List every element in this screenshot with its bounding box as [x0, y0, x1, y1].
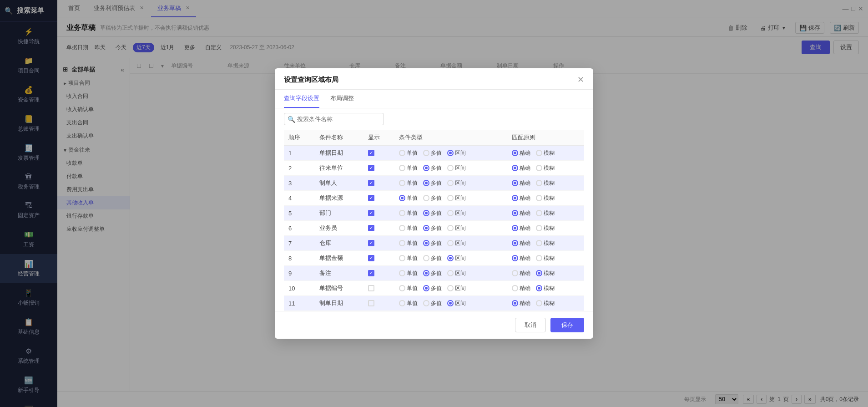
radio-cond-multi[interactable]: 多值 — [423, 164, 442, 172]
radio-cond-multi[interactable]: 多值 — [423, 239, 442, 247]
radio-match-precise[interactable]: 精确 — [512, 285, 530, 292]
radio-match-precise[interactable]: 精确 — [512, 270, 530, 277]
radio-match-fuzzy[interactable]: 模糊 — [536, 209, 555, 217]
show-checkbox[interactable] — [368, 240, 374, 246]
radio-cond-multi[interactable]: 多值 — [423, 254, 442, 262]
show-checkbox[interactable] — [368, 210, 374, 216]
radio-circle-cond-range — [447, 150, 454, 156]
row-show-checkbox[interactable] — [363, 236, 394, 251]
row-show-checkbox[interactable] — [363, 221, 394, 236]
radio-cond-single[interactable]: 单值 — [399, 300, 418, 307]
row-show-checkbox[interactable] — [363, 251, 394, 266]
modal-table-row: 8单据金额单值多值区间精确模糊 — [284, 251, 584, 266]
modal-search-input[interactable] — [284, 113, 384, 125]
row-order: 1 — [284, 146, 315, 161]
radio-match-precise[interactable]: 精确 — [512, 164, 530, 172]
row-show-checkbox[interactable] — [363, 266, 394, 281]
show-checkbox[interactable] — [368, 255, 374, 261]
radio-cond-single[interactable]: 单值 — [399, 209, 418, 217]
radio-cond-range[interactable]: 区间 — [447, 149, 466, 157]
modal-cancel-btn[interactable]: 取消 — [515, 318, 546, 332]
radio-cond-range[interactable]: 区间 — [447, 209, 466, 217]
radio-match-precise[interactable]: 精确 — [512, 239, 530, 247]
radio-cond-single[interactable]: 单值 — [399, 149, 418, 157]
radio-match-precise[interactable]: 精确 — [512, 179, 530, 187]
radio-match-fuzzy[interactable]: 模糊 — [536, 194, 555, 202]
row-show-checkbox[interactable] — [363, 191, 394, 206]
radio-cond-range[interactable]: 区间 — [447, 239, 466, 247]
radio-circle-cond-range — [447, 270, 454, 276]
row-match-principle: 精确模糊 — [507, 161, 584, 176]
radio-match-precise[interactable]: 精确 — [512, 194, 530, 202]
radio-cond-multi[interactable]: 多值 — [423, 270, 442, 277]
radio-match-precise[interactable]: 精确 — [512, 254, 530, 262]
radio-circle-cond-multi — [423, 300, 429, 306]
radio-cond-single[interactable]: 单值 — [399, 270, 418, 277]
radio-cond-multi[interactable]: 多值 — [423, 209, 442, 217]
row-match-principle: 精确模糊 — [507, 236, 584, 251]
modal-tab-field-settings[interactable]: 查询字段设置 — [284, 90, 319, 108]
radio-cond-single[interactable]: 单值 — [399, 179, 418, 187]
row-order: 4 — [284, 191, 315, 206]
radio-match-fuzzy[interactable]: 模糊 — [536, 270, 555, 277]
radio-match-fuzzy[interactable]: 模糊 — [536, 254, 555, 262]
show-checkbox[interactable] — [368, 270, 374, 276]
radio-cond-multi[interactable]: 多值 — [423, 285, 442, 292]
row-show-checkbox[interactable] — [363, 146, 394, 161]
radio-cond-multi[interactable]: 多值 — [423, 300, 442, 307]
radio-match-fuzzy[interactable]: 模糊 — [536, 149, 555, 157]
row-condition-name: 往来单位 — [315, 161, 363, 176]
show-checkbox[interactable] — [368, 300, 374, 306]
radio-cond-single[interactable]: 单值 — [399, 224, 418, 232]
show-checkbox[interactable] — [368, 195, 374, 201]
row-show-checkbox[interactable] — [363, 206, 394, 221]
radio-cond-single[interactable]: 单值 — [399, 285, 418, 292]
radio-cond-range[interactable]: 区间 — [447, 224, 466, 232]
radio-match-fuzzy[interactable]: 模糊 — [536, 164, 555, 172]
radio-match-fuzzy[interactable]: 模糊 — [536, 224, 555, 232]
radio-match-fuzzy[interactable]: 模糊 — [536, 179, 555, 187]
modal-save-btn[interactable]: 保存 — [550, 318, 584, 332]
radio-match-precise[interactable]: 精确 — [512, 209, 530, 217]
row-show-checkbox[interactable] — [363, 281, 394, 296]
radio-circle-cond-multi — [423, 180, 429, 186]
radio-cond-range[interactable]: 区间 — [447, 270, 466, 277]
modal-close-btn[interactable]: ✕ — [577, 75, 584, 85]
row-show-checkbox[interactable] — [363, 296, 394, 311]
radio-cond-multi[interactable]: 多值 — [423, 194, 442, 202]
radio-match-precise[interactable]: 精确 — [512, 224, 530, 232]
radio-match-fuzzy[interactable]: 模糊 — [536, 239, 555, 247]
radio-cond-range[interactable]: 区间 — [447, 285, 466, 292]
modal-footer: 取消 保存 — [275, 311, 593, 339]
radio-cond-multi[interactable]: 多值 — [423, 149, 442, 157]
radio-circle-match-precise — [512, 210, 518, 216]
radio-match-fuzzy[interactable]: 模糊 — [536, 285, 555, 292]
row-match-principle: 精确模糊 — [507, 206, 584, 221]
show-checkbox[interactable] — [368, 165, 374, 171]
radio-cond-range[interactable]: 区间 — [447, 164, 466, 172]
show-checkbox[interactable] — [368, 150, 374, 156]
radio-cond-range[interactable]: 区间 — [447, 179, 466, 187]
modal-tab-layout-settings[interactable]: 布局调整 — [330, 90, 354, 108]
radio-cond-range[interactable]: 区间 — [447, 194, 466, 202]
show-checkbox[interactable] — [368, 225, 374, 231]
row-show-checkbox[interactable] — [363, 161, 394, 176]
row-condition-name: 业务员 — [315, 221, 363, 236]
row-show-checkbox[interactable] — [363, 176, 394, 191]
radio-match-precise[interactable]: 精确 — [512, 300, 530, 307]
radio-cond-range[interactable]: 区间 — [447, 254, 466, 262]
radio-match-precise[interactable]: 精确 — [512, 149, 530, 157]
row-match-principle: 精确模糊 — [507, 266, 584, 281]
radio-cond-single[interactable]: 单值 — [399, 194, 418, 202]
modal-tab-label-layout: 布局调整 — [330, 95, 354, 102]
radio-cond-range[interactable]: 区间 — [447, 300, 466, 307]
radio-cond-multi[interactable]: 多值 — [423, 179, 442, 187]
radio-cond-single[interactable]: 单值 — [399, 239, 418, 247]
radio-circle-match-precise — [512, 150, 518, 156]
radio-cond-single[interactable]: 单值 — [399, 254, 418, 262]
show-checkbox[interactable] — [368, 180, 374, 186]
radio-cond-multi[interactable]: 多值 — [423, 224, 442, 232]
radio-cond-single[interactable]: 单值 — [399, 164, 418, 172]
show-checkbox[interactable] — [368, 285, 374, 291]
radio-match-fuzzy[interactable]: 模糊 — [536, 300, 555, 307]
